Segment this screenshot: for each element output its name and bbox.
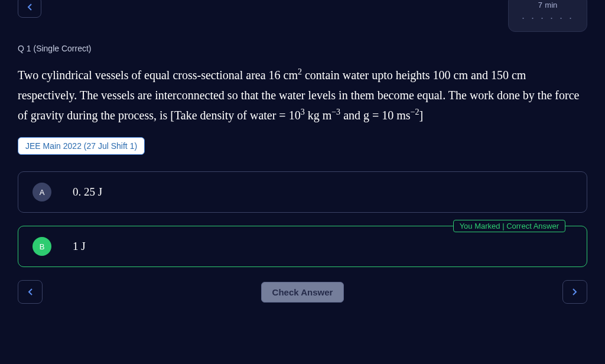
timer-unit: min [545, 1, 557, 9]
option-text: 1 J [73, 240, 86, 253]
option-letter: A [32, 183, 51, 202]
timer-value: 7 [538, 1, 542, 9]
question-text: Two cylindrical vessels of equal cross-s… [18, 65, 587, 125]
status-badge: You Marked | Correct Answer [453, 220, 565, 232]
chevron-left-icon [27, 288, 33, 296]
option-a[interactable]: A 0. 25 J [18, 171, 587, 213]
check-answer-button[interactable]: Check Answer [261, 282, 344, 303]
prev-button[interactable] [18, 280, 43, 304]
question-number: Q 1 [18, 44, 31, 53]
chevron-right-icon [572, 288, 578, 296]
option-text: 0. 25 J [73, 186, 102, 199]
next-button[interactable] [562, 280, 587, 304]
back-button[interactable] [18, 0, 41, 18]
timer-widget: 7 min · · · · · · [508, 0, 587, 32]
source-tag[interactable]: JEE Main 2022 (27 Jul Shift 1) [18, 137, 145, 155]
question-header: Q 1 (Single Correct) [18, 44, 587, 53]
question-type: (Single Correct) [33, 44, 91, 53]
options-list: A 0. 25 J You Marked | Correct Answer B … [18, 171, 587, 267]
timer-dots-icon: · · · · · · [522, 15, 574, 21]
option-b[interactable]: You Marked | Correct Answer B 1 J [18, 226, 587, 267]
option-letter: B [32, 237, 51, 256]
chevron-left-icon [27, 3, 32, 11]
